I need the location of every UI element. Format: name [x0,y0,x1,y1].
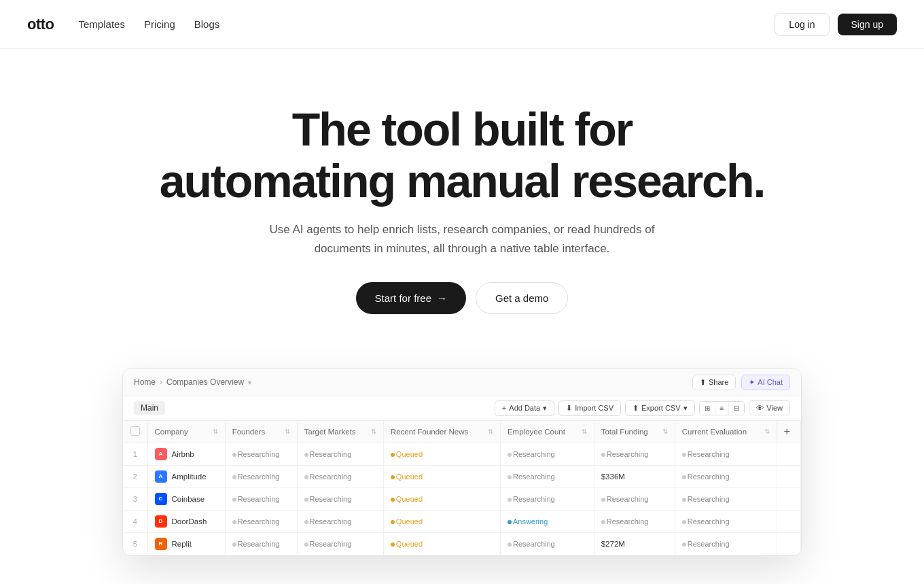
th-founders-sort: ⇅ [285,428,290,435]
cell-researching: Researching [601,495,649,503]
company-name: Replit [172,540,192,548]
row-employee-count: Answering [500,510,594,532]
kanban-view-button[interactable]: ⊟ [729,402,744,415]
row-add-cell [777,510,800,532]
th-current-eval[interactable]: Current Evaluation ⇅ [675,421,777,443]
row-recent-news: Queued [383,532,500,555]
row-founders: Researching [225,510,297,532]
th-total-funding[interactable]: Total Funding ⇅ [594,421,675,443]
table-row[interactable]: 3 C Coinbase Researching Researching Que… [123,487,801,510]
th-company-sort: ⇅ [213,428,218,435]
row-company[interactable]: R Replit [147,532,225,555]
row-add-cell [777,443,800,465]
export-csv-button[interactable]: ⬆ Export CSV ▾ [625,400,694,416]
nav-item-pricing[interactable]: Pricing [144,18,175,31]
th-employee-count[interactable]: Employee Count ⇅ [500,421,594,443]
th-checkbox [123,421,147,443]
row-recent-news: Queued [383,510,500,532]
templates-link[interactable]: Templates [79,18,125,30]
view-button[interactable]: 👁 View [749,400,790,415]
row-num: 3 [123,487,147,510]
get-demo-button[interactable]: Get a demo [476,282,568,314]
table-row[interactable]: 5 R Replit Researching Researching Queue… [123,532,801,555]
row-total-funding: $272M [594,532,675,555]
tab-main[interactable]: Main [134,401,165,415]
arrow-icon: → [437,292,447,304]
header-checkbox[interactable] [130,426,140,436]
blogs-link[interactable]: Blogs [194,18,220,30]
ss-topbar: Home › Companies Overview ▾ ⬆ Share ✦ AI… [123,369,801,396]
row-company[interactable]: D DoorDash [147,510,225,532]
signup-button[interactable]: Sign up [838,14,897,35]
breadcrumb-page[interactable]: Companies Overview [166,377,244,387]
share-button[interactable]: ⬆ Share [692,375,736,390]
import-csv-label: Import CSV [575,404,614,412]
cell-researching: Researching [232,517,280,526]
row-current-eval: Researching [675,487,777,510]
grid-view-button[interactable]: ⊞ [700,402,715,415]
toolbar-right: + Add Data ▾ ⬇ Import CSV ⬆ Export CSV ▾… [495,400,790,416]
table-body: 1 A Airbnb Researching Researching Queue… [123,443,801,555]
cell-researching: Researching [601,450,649,458]
cell-researching: Researching [508,495,555,503]
export-csv-chevron: ▾ [683,404,688,413]
nav-links: Templates Pricing Blogs [79,18,220,31]
th-target-markets-label: Target Markets [304,428,356,436]
cell-queued: Queued [391,540,423,548]
ai-chat-button[interactable]: ✦ AI Chat [741,375,790,390]
company-logo: R [155,538,167,550]
hero-buttons: Start for free → Get a demo [356,282,569,314]
row-company[interactable]: A Airbnb [147,443,225,465]
logo[interactable]: otto [27,16,54,33]
import-icon: ⬇ [566,404,572,413]
th-company[interactable]: Company ⇅ [147,421,225,443]
cell-researching: Researching [304,450,352,458]
pricing-link[interactable]: Pricing [144,18,175,30]
th-employee-count-sort: ⇅ [582,428,587,435]
hero-title-line1: The tool built for [292,103,632,155]
row-employee-count: Researching [500,487,594,510]
hero-section: The tool built for automating manual res… [0,49,924,355]
cell-value: $272M [601,540,625,548]
cell-researching: Researching [232,450,280,458]
row-company[interactable]: A Amplitude [147,465,225,487]
th-recent-news[interactable]: Recent Founder News ⇅ [383,421,500,443]
table-row[interactable]: 1 A Airbnb Researching Researching Queue… [123,443,801,465]
row-add-cell [777,465,800,487]
table-row[interactable]: 4 D DoorDash Researching Researching Que… [123,510,801,532]
list-view-button[interactable]: ≡ [715,402,730,415]
ss-toolbar: Main + Add Data ▾ ⬇ Import CSV ⬆ Export … [123,396,801,421]
nav-item-blogs[interactable]: Blogs [194,18,220,31]
th-founders[interactable]: Founders ⇅ [225,421,297,443]
import-csv-button[interactable]: ⬇ Import CSV [558,400,621,416]
cell-researching: Researching [304,473,352,481]
navbar: otto Templates Pricing Blogs Log in Sign… [0,0,924,49]
row-num: 2 [123,465,147,487]
row-num: 1 [123,443,147,465]
app-screenshot: Home › Companies Overview ▾ ⬆ Share ✦ AI… [122,368,802,556]
add-data-button[interactable]: + Add Data ▾ [495,400,554,416]
get-demo-label: Get a demo [495,292,548,304]
row-company[interactable]: C Coinbase [147,487,225,510]
nav-item-templates[interactable]: Templates [79,18,125,31]
row-recent-news: Queued [383,487,500,510]
row-total-funding: Researching [594,443,675,465]
cell-researching: Researching [682,517,730,526]
row-current-eval: Researching [675,532,777,555]
th-current-eval-label: Current Evaluation [682,428,747,436]
view-icon: 👁 [756,404,764,412]
company-name: Amplitude [172,473,207,481]
login-button[interactable]: Log in [775,13,829,36]
th-target-markets[interactable]: Target Markets ⇅ [297,421,383,443]
th-add-column[interactable]: + [777,421,800,443]
start-free-button[interactable]: Start for free → [356,282,466,314]
th-company-label: Company [155,428,188,436]
cell-researching: Researching [682,540,730,548]
row-add-cell [777,487,800,510]
row-employee-count: Researching [500,532,594,555]
company-name: DoorDash [172,517,207,526]
th-employee-count-label: Employee Count [508,428,565,436]
table-row[interactable]: 2 A Amplitude Researching Researching Qu… [123,465,801,487]
row-target-markets: Researching [297,532,383,555]
breadcrumb-home[interactable]: Home [134,377,156,387]
